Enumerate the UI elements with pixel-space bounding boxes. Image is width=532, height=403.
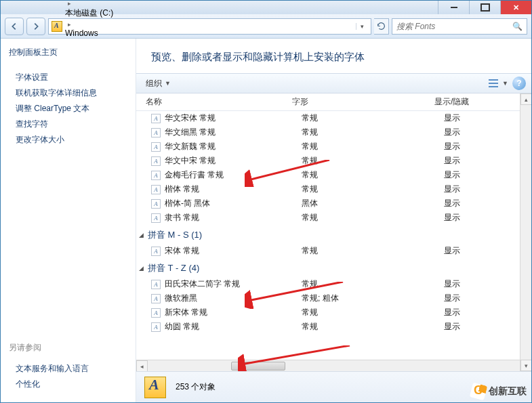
font-row[interactable]: A华文中宋 常规常规显示 <box>136 154 531 168</box>
font-name: 华文新魏 常规 <box>165 141 302 152</box>
close-button[interactable] <box>500 1 531 14</box>
font-style: 常规 <box>302 169 444 181</box>
status-count: 253 个对象 <box>176 381 216 393</box>
minimize-button[interactable] <box>438 1 469 14</box>
scroll-up-icon[interactable]: ▴ <box>520 93 531 105</box>
refresh-button[interactable] <box>374 18 389 35</box>
font-name: 华文中宋 常规 <box>165 155 302 167</box>
font-row[interactable]: A楷体 常规常规显示 <box>136 182 531 196</box>
font-visibility: 显示 <box>444 141 531 152</box>
search-input[interactable] <box>396 22 512 31</box>
view-mode-button[interactable] <box>486 77 501 90</box>
font-style: 黑体 <box>302 198 444 209</box>
sidebar-link[interactable]: 更改字体大小 <box>16 134 127 146</box>
font-file-icon: A <box>151 280 161 289</box>
font-visibility: 显示 <box>444 307 531 318</box>
font-row[interactable]: A华文新魏 常规常规显示 <box>136 140 531 154</box>
font-row[interactable]: A金梅毛行書 常规常规显示 <box>136 168 531 182</box>
col-show-header[interactable]: 显示/隐藏 <box>434 96 531 108</box>
nav-back-button[interactable] <box>5 18 24 35</box>
font-visibility: 显示 <box>444 278 531 290</box>
font-name: 幼圆 常规 <box>165 321 302 333</box>
font-row[interactable]: A幼圆 常规常规显示 <box>136 320 531 334</box>
address-dropdown-icon[interactable]: ▾ <box>356 23 368 30</box>
font-row[interactable]: A新宋体 常规常规显示 <box>136 305 531 320</box>
font-style: 常规 <box>302 184 444 195</box>
sidebar-title: 控制面板主页 <box>9 47 127 58</box>
font-row[interactable]: A华文宋体 常规常规显示 <box>136 111 531 125</box>
sidebar-link[interactable]: 调整 ClearType 文本 <box>16 103 127 114</box>
font-style: 常规 <box>302 245 444 257</box>
maximize-button[interactable] <box>469 1 500 14</box>
arrow-left-icon <box>9 22 19 31</box>
font-name: 新宋体 常规 <box>165 307 302 318</box>
font-visibility: 显示 <box>444 112 531 124</box>
font-row[interactable]: A楷体-简 黑体黑体显示 <box>136 196 531 211</box>
breadcrumb-item[interactable]: 本地磁盘 (C:) <box>65 7 113 19</box>
fonts-window: 计算机▸本地磁盘 (C:)▸Windows▸Fonts▸ ▾ 🔍 控制面板主页 … <box>0 0 532 403</box>
list-body[interactable]: A华文宋体 常规常规显示A华文细黑 常规常规显示A华文新魏 常规常规显示A华文中… <box>136 111 531 360</box>
font-visibility: 显示 <box>444 198 531 209</box>
font-file-icon: A <box>151 142 161 152</box>
scroll-down-icon[interactable]: ▾ <box>520 360 531 371</box>
font-row[interactable]: A微软雅黑常规; 粗体显示 <box>136 291 531 305</box>
breadcrumb-item[interactable]: Windows <box>65 28 113 38</box>
address-bar[interactable]: 计算机▸本地磁盘 (C:)▸Windows▸Fonts▸ ▾ <box>48 18 371 35</box>
col-name-header[interactable]: 名称 <box>136 96 292 108</box>
scroll-left-icon[interactable]: ◂ <box>136 360 148 371</box>
chevron-down-icon[interactable]: ▼ <box>502 80 508 87</box>
view-controls: ▼ ? <box>486 77 526 90</box>
font-style: 常规; 粗体 <box>302 293 444 304</box>
fonts-folder-large-icon <box>144 377 166 398</box>
list-toolbar: 组织 ▼ ▼ ? <box>136 73 531 93</box>
nav-forward-button[interactable] <box>26 18 45 35</box>
font-visibility: 显示 <box>444 184 531 195</box>
font-style: 常规 <box>302 278 444 290</box>
font-name: 华文细黑 常规 <box>165 127 302 138</box>
group-header[interactable]: ◢拼音 M - S (1) <box>136 225 531 244</box>
font-visibility: 显示 <box>444 245 531 257</box>
chevron-down-icon: ▼ <box>165 80 171 87</box>
font-name: 金梅毛行書 常规 <box>165 169 302 181</box>
font-row[interactable]: A宋体 常规常规显示 <box>136 244 531 258</box>
group-header[interactable]: ◢拼音 T - Z (4) <box>136 258 531 277</box>
font-style: 常规 <box>302 321 444 333</box>
font-file-icon: A <box>151 114 161 123</box>
font-file-icon: A <box>151 294 161 303</box>
sidebar-link[interactable]: 文本服务和输入语言 <box>16 363 127 375</box>
font-row[interactable]: A华文细黑 常规常规显示 <box>136 125 531 140</box>
font-name: 宋体 常规 <box>165 245 302 257</box>
sidebar-link[interactable]: 联机获取字体详细信息 <box>16 87 127 99</box>
watermark-text: 创新互联 <box>489 385 527 398</box>
watermark-logo-icon <box>471 384 486 399</box>
svg-rect-1 <box>489 83 498 84</box>
font-name: 楷体 常规 <box>165 184 302 195</box>
font-visibility: 显示 <box>444 293 531 304</box>
help-button[interactable]: ? <box>512 77 526 90</box>
font-name: 微软雅黑 <box>165 293 302 304</box>
horizontal-scrollbar[interactable]: ◂ ▸ <box>136 360 531 371</box>
font-visibility: 显示 <box>444 212 531 224</box>
font-style: 常规 <box>302 127 444 138</box>
column-headers: 名称 字形 显示/隐藏 <box>136 93 531 111</box>
font-row[interactable]: A田氏宋体二简字 常规常规显示 <box>136 277 531 291</box>
organize-button[interactable]: 组织 ▼ <box>142 77 175 91</box>
col-style-header[interactable]: 字形 <box>292 96 434 108</box>
font-file-icon: A <box>151 213 161 223</box>
sidebar-link[interactable]: 个性化 <box>16 379 127 390</box>
font-style: 常规 <box>302 307 444 318</box>
font-list: 名称 字形 显示/隐藏 A华文宋体 常规常规显示A华文细黑 常规常规显示A华文新… <box>136 93 531 371</box>
scroll-thumb[interactable] <box>231 362 285 370</box>
main-pane: 预览、删除或者显示和隐藏计算机上安装的字体 组织 ▼ ▼ ? 名称 <box>136 39 531 402</box>
vertical-scrollbar[interactable]: ▴ ▾ <box>520 93 531 371</box>
svg-rect-0 <box>489 79 498 81</box>
font-file-icon: A <box>151 185 161 194</box>
page-heading: 预览、删除或者显示和隐藏计算机上安装的字体 <box>136 39 531 73</box>
search-box[interactable]: 🔍 <box>392 18 527 35</box>
sidebar: 控制面板主页 字体设置联机获取字体详细信息调整 ClearType 文本查找字符… <box>1 39 136 402</box>
font-file-icon: A <box>151 308 161 318</box>
sidebar-link[interactable]: 字体设置 <box>16 72 127 83</box>
sidebar-link[interactable]: 查找字符 <box>16 119 127 130</box>
font-style: 常规 <box>302 155 444 167</box>
font-row[interactable]: A隶书 常规常规显示 <box>136 211 531 225</box>
